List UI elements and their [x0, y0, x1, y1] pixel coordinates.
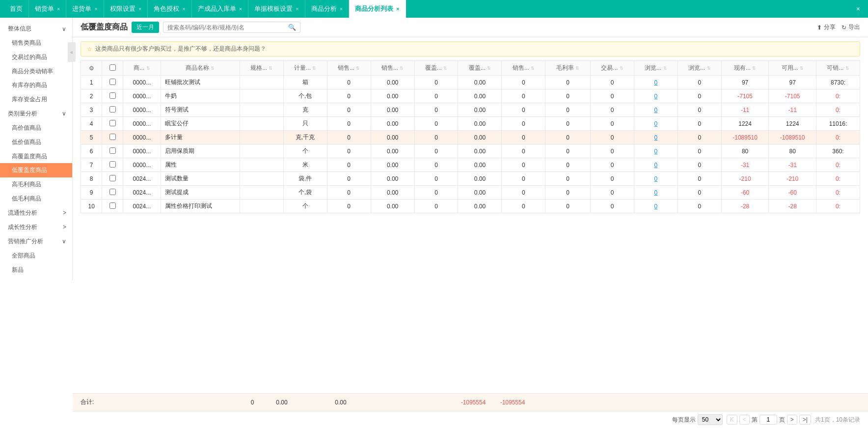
page-size-select[interactable]: 50 10 20 100 [698, 414, 723, 425]
row-unit: 克 [283, 103, 327, 117]
row-checkbox[interactable] [102, 200, 123, 213]
sidebar-item-stocked[interactable]: 有库存的商品 [0, 78, 72, 92]
row-browse1[interactable]: 0 [634, 103, 678, 117]
close-roles-icon[interactable]: × [182, 6, 185, 12]
sidebar-item-capital-usage[interactable]: 库存资金占用 [0, 92, 72, 107]
row-checkbox[interactable] [102, 76, 123, 89]
search-input[interactable] [167, 24, 288, 31]
next-page-button[interactable]: > [787, 415, 797, 425]
row-browse1[interactable]: 0 [634, 144, 678, 158]
page-size-label: 每页显示 [672, 416, 696, 424]
row-coverage-rate: 0.00 [458, 103, 502, 117]
row-current-stock: -11 [721, 103, 769, 117]
row-transaction: 0 [591, 103, 634, 117]
row-coverage-rate: 0.00 [458, 158, 502, 172]
row-checkbox[interactable] [102, 103, 123, 117]
sidebar-item-high-value[interactable]: 高价值商品 [0, 121, 72, 135]
export-button[interactable]: ↻ 导出 [841, 23, 860, 31]
row-browse1[interactable]: 0 [634, 158, 678, 172]
sidebar-section-category-arrow: ∨ [62, 110, 66, 117]
sidebar-section-marketing-label: 营销推广分析 [8, 237, 43, 246]
row-available-stock: -31 [769, 158, 816, 172]
sidebar-section-overall[interactable]: 整体信息 ∨ [0, 22, 72, 36]
sidebar-item-low-value[interactable]: 低价值商品 [0, 135, 72, 149]
row-transaction: 0 [591, 186, 634, 200]
sort-available-stock-icon: ⇅ [800, 66, 804, 71]
tab-permissions[interactable]: 权限设置 × [104, 0, 148, 18]
tab-home[interactable]: 首页 [4, 0, 29, 18]
table-row: 10 0024... 属性价格打印测试 个 0 0.00 0 0.00 0 0 … [81, 200, 860, 213]
sidebar-item-category-rate[interactable]: 商品分类动销率 [0, 64, 72, 79]
col-coverage-rate: 覆盖... ⇅ [458, 61, 502, 76]
col-unit: 计量... ⇅ [283, 61, 327, 76]
close-all-tabs-icon[interactable]: × [852, 5, 864, 13]
first-page-button[interactable]: K [727, 415, 737, 425]
row-browse1[interactable]: 0 [634, 172, 678, 186]
select-all-checkbox[interactable] [109, 64, 116, 71]
row-transaction: 0 [591, 172, 634, 186]
close-analysis-list-icon[interactable]: × [396, 6, 399, 12]
sidebar-section-growth-arrow: > [63, 224, 66, 230]
sort-sellable-icon: ⇅ [845, 66, 849, 71]
row-no: 8 [81, 172, 102, 186]
close-products-icon[interactable]: × [239, 6, 242, 12]
row-browse1[interactable]: 0 [634, 200, 678, 213]
row-checkbox[interactable] [102, 144, 123, 158]
content-header: 低覆盖度商品 近一月 🔍 ⬆ 分享 ↻ 导出 [73, 18, 868, 37]
sidebar-item-all-goods[interactable]: 全部商品 [0, 249, 72, 263]
row-checkbox[interactable] [102, 158, 123, 172]
prev-page-button[interactable]: < [739, 415, 750, 425]
sidebar-section-growth-label: 成长性分析 [8, 223, 37, 231]
row-checkbox[interactable] [102, 186, 123, 200]
row-checkbox[interactable] [102, 117, 123, 131]
row-sellable: 0: [816, 131, 860, 144]
row-browse1[interactable]: 0 [634, 186, 678, 200]
row-browse1[interactable]: 0 [634, 117, 678, 131]
row-gross-rate: 0 [545, 89, 591, 103]
sidebar-item-low-profit[interactable]: 低毛利商品 [0, 192, 72, 206]
tab-sales[interactable]: 销货单 × [29, 0, 66, 18]
close-sales-icon[interactable]: × [57, 6, 60, 12]
sidebar-item-high-profit[interactable]: 高毛利商品 [0, 177, 72, 192]
col-settings[interactable]: ⚙ [81, 61, 102, 76]
sidebar-item-traded-goods[interactable]: 交易过的商品 [0, 50, 72, 64]
row-checkbox[interactable] [102, 172, 123, 186]
settings-icon[interactable]: ⚙ [89, 65, 94, 72]
sidebar-section-flow[interactable]: 流通性分析 > [0, 206, 72, 220]
sidebar-section-growth[interactable]: 成长性分析 > [0, 220, 72, 234]
period-button[interactable]: 近一月 [132, 22, 159, 33]
close-purchase-icon[interactable]: × [94, 6, 97, 12]
row-coverage-rate: 0.00 [458, 131, 502, 144]
table-footer: 合计: 0 0.00 0.00 -1095554 -1095554 [73, 393, 868, 411]
tab-templates[interactable]: 单据模板设置 × [248, 0, 305, 18]
close-analysis-icon[interactable]: × [340, 6, 343, 12]
sidebar-item-new-goods[interactable]: 新品 [0, 263, 72, 277]
row-browse1[interactable]: 0 [634, 76, 678, 89]
row-checkbox[interactable] [102, 131, 123, 144]
row-coverage-count: 0 [414, 89, 458, 103]
tab-roles[interactable]: 角色授权 × [148, 0, 191, 18]
sidebar-item-low-coverage[interactable]: 低覆盖度商品 [0, 163, 72, 177]
sidebar-collapse-button[interactable]: « [68, 42, 76, 62]
row-checkbox[interactable] [102, 89, 123, 103]
tab-products[interactable]: 产成品入库单 × [192, 0, 248, 18]
sidebar-item-high-coverage[interactable]: 高覆盖度商品 [0, 149, 72, 164]
sidebar-item-sales-goods[interactable]: 销售类商品 [0, 36, 72, 50]
share-button[interactable]: ⬆ 分享 [817, 23, 836, 31]
close-permissions-icon[interactable]: × [138, 6, 141, 12]
search-box: 🔍 [163, 22, 300, 33]
sidebar-section-category[interactable]: 类别量分析 ∨ [0, 107, 72, 121]
col-coverage-count: 覆盖... ⇅ [414, 61, 458, 76]
row-browse1[interactable]: 0 [634, 89, 678, 103]
tab-analysis-list[interactable]: 商品分析列表 × [349, 0, 406, 18]
page-number-input[interactable] [760, 415, 777, 425]
tab-analysis[interactable]: 商品分析 × [305, 0, 349, 18]
table-wrapper: ⚙ 商... ⇅ 商品名称 ⇅ 规格... ⇅ 计量... ⇅ 销售... ⇅ … [73, 60, 868, 393]
close-templates-icon[interactable]: × [296, 6, 298, 12]
last-page-button[interactable]: >| [799, 415, 811, 425]
tab-roles-label: 角色授权 [154, 4, 179, 13]
sidebar-section-marketing[interactable]: 营销推广分析 ∨ [0, 234, 72, 249]
row-browse1[interactable]: 0 [634, 131, 678, 144]
tab-purchase[interactable]: 进货单 × [66, 0, 104, 18]
row-name: 测试数量 [161, 172, 240, 186]
